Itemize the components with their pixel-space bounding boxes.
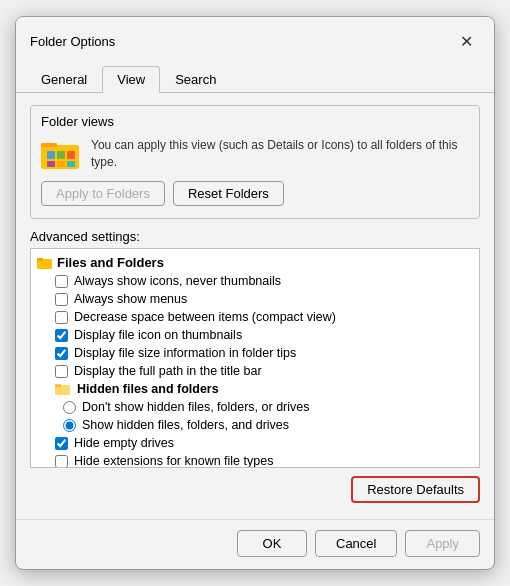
setting-display-file-icon: Display file icon on thumbnails (33, 326, 477, 344)
label-always-show-icons: Always show icons, never thumbnails (74, 274, 281, 288)
checkbox-decrease-space[interactable] (55, 311, 68, 324)
subsection-hidden-files: Hidden files and folders (33, 380, 477, 398)
setting-hide-empty-drives: Hide empty drives (33, 434, 477, 452)
label-dont-show-hidden: Don't show hidden files, folders, or dri… (82, 400, 310, 414)
svg-rect-3 (57, 151, 65, 159)
folder-views-inner: You can apply this view (such as Details… (41, 137, 469, 171)
ok-button[interactable]: OK (237, 530, 307, 557)
apply-button[interactable]: Apply (405, 530, 480, 557)
settings-list[interactable]: Files and Folders Always show icons, nev… (30, 248, 480, 468)
title-bar: Folder Options ✕ (16, 17, 494, 55)
label-always-show-menus: Always show menus (74, 292, 187, 306)
setting-always-show-menus: Always show menus (33, 290, 477, 308)
svg-rect-5 (47, 161, 55, 167)
section-files-folders-label: Files and Folders (57, 255, 164, 270)
svg-rect-9 (37, 258, 43, 261)
folder-views-buttons: Apply to Folders Reset Folders (41, 181, 469, 206)
subsection-hidden-files-label: Hidden files and folders (77, 382, 219, 396)
bottom-section: Restore Defaults (30, 476, 480, 503)
svg-rect-1 (41, 143, 57, 147)
folder-views-desc: You can apply this view (such as Details… (91, 137, 469, 171)
close-button[interactable]: ✕ (452, 27, 480, 55)
setting-decrease-space: Decrease space between items (compact vi… (33, 308, 477, 326)
tab-general[interactable]: General (26, 66, 102, 93)
reset-folders-button[interactable]: Reset Folders (173, 181, 284, 206)
checkbox-hide-extensions[interactable] (55, 455, 68, 468)
label-display-full-path: Display the full path in the title bar (74, 364, 262, 378)
label-hide-extensions: Hide extensions for known file types (74, 454, 273, 468)
label-hide-empty-drives: Hide empty drives (74, 436, 174, 450)
cancel-button[interactable]: Cancel (315, 530, 397, 557)
svg-rect-11 (55, 384, 61, 387)
checkbox-hide-empty-drives[interactable] (55, 437, 68, 450)
svg-rect-4 (67, 151, 75, 159)
checkbox-display-file-icon[interactable] (55, 329, 68, 342)
dialog-title: Folder Options (30, 34, 115, 49)
svg-rect-6 (57, 161, 65, 167)
folder-icon (41, 137, 81, 171)
label-display-file-icon: Display file icon on thumbnails (74, 328, 242, 342)
checkbox-display-full-path[interactable] (55, 365, 68, 378)
checkbox-always-show-icons[interactable] (55, 275, 68, 288)
label-decrease-space: Decrease space between items (compact vi… (74, 310, 336, 324)
folder-views-label: Folder views (41, 114, 469, 129)
setting-always-show-icons: Always show icons, never thumbnails (33, 272, 477, 290)
setting-hide-extensions: Hide extensions for known file types (33, 452, 477, 468)
radio-dont-show-hidden[interactable] (63, 401, 76, 414)
radio-show-hidden[interactable] (63, 419, 76, 432)
tab-search[interactable]: Search (160, 66, 231, 93)
setting-display-full-path: Display the full path in the title bar (33, 362, 477, 380)
tab-bar: General View Search (16, 59, 494, 93)
setting-display-file-size: Display file size information in folder … (33, 344, 477, 362)
folder-views-group: Folder views (30, 105, 480, 219)
label-display-file-size: Display file size information in folder … (74, 346, 296, 360)
tab-view[interactable]: View (102, 66, 160, 93)
dialog-footer: OK Cancel Apply (16, 519, 494, 569)
folder-options-dialog: Folder Options ✕ General View Search Fol… (15, 16, 495, 570)
setting-show-hidden: Show hidden files, folders, and drives (33, 416, 477, 434)
svg-rect-7 (67, 161, 75, 167)
svg-rect-2 (47, 151, 55, 159)
checkbox-display-file-size[interactable] (55, 347, 68, 360)
tab-content: Folder views (16, 93, 494, 515)
restore-defaults-button[interactable]: Restore Defaults (351, 476, 480, 503)
apply-to-folders-button[interactable]: Apply to Folders (41, 181, 165, 206)
setting-dont-show-hidden: Don't show hidden files, folders, or dri… (33, 398, 477, 416)
section-files-folders: Files and Folders (33, 253, 477, 272)
label-show-hidden: Show hidden files, folders, and drives (82, 418, 289, 432)
advanced-settings-label: Advanced settings: (30, 229, 480, 244)
checkbox-always-show-menus[interactable] (55, 293, 68, 306)
